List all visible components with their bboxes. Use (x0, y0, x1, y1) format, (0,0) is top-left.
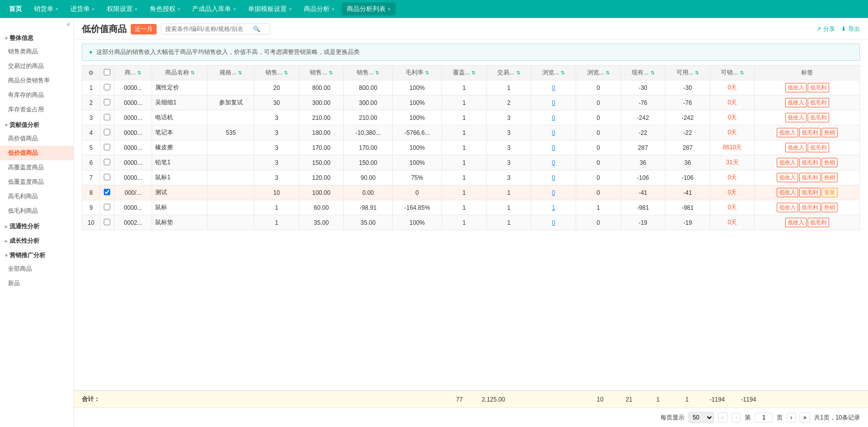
sidebar-group-growth[interactable]: ▸ 成长性分析 (0, 233, 73, 247)
share-btn[interactable]: ↗ 分享 (816, 25, 835, 33)
sidebar-item-stock-fund[interactable]: 库存资金占用 (0, 102, 73, 117)
row-checkbox[interactable] (104, 84, 110, 90)
search-icon[interactable]: 🔍 (253, 25, 260, 32)
sidebar-group-marketing[interactable]: ▾ 营销推广分析 (0, 247, 73, 262)
col-spec[interactable]: 规格... ⇅ (208, 65, 254, 80)
page-input[interactable] (755, 413, 773, 423)
cell-checkbox[interactable] (100, 155, 114, 170)
col-sale1[interactable]: 销售... ⇅ (299, 65, 344, 80)
col-trade[interactable]: 交易... ⇅ (486, 65, 531, 80)
nav-close-role[interactable]: × (178, 6, 181, 12)
col-qty[interactable]: 销售... ⇅ (254, 65, 299, 80)
nav-product-analysis[interactable]: 商品分析 × (299, 2, 340, 15)
col-browse2[interactable]: 浏览... ⇅ (576, 65, 621, 80)
nav-home[interactable]: 首页 (4, 2, 27, 15)
cell-browse1[interactable]: 0 (531, 155, 576, 170)
row-checkbox[interactable] (104, 129, 110, 135)
export-btn[interactable]: ⬇ 导出 (841, 25, 860, 33)
nav-close-permission[interactable]: × (135, 6, 138, 12)
browse-link[interactable]: 0 (552, 189, 555, 196)
cell-checkbox[interactable] (100, 140, 114, 155)
sidebar-group-liquidity[interactable]: ▸ 流通性分析 (0, 218, 73, 233)
nav-close-template[interactable]: × (289, 6, 292, 12)
cell-checkbox[interactable] (100, 110, 114, 125)
sidebar-item-traded-products[interactable]: 交易过的商品 (0, 59, 73, 73)
cell-checkbox[interactable] (100, 125, 114, 140)
sidebar-item-all-products[interactable]: 全部商品 (0, 262, 73, 276)
sidebar-item-low-coverage[interactable]: 低覆盖度商品 (0, 175, 73, 189)
sidebar-collapse-btn[interactable]: « (66, 20, 70, 28)
nav-close-purchase[interactable]: × (92, 6, 95, 12)
cell-checkbox[interactable] (100, 200, 114, 215)
nav-product-warehouse[interactable]: 产成品入库单 × (187, 2, 241, 15)
cell-browse1[interactable]: 1 (531, 200, 576, 215)
time-filter-btn[interactable]: 近一月 (131, 24, 157, 34)
browse-link[interactable]: 0 (552, 174, 555, 181)
row-checkbox[interactable] (104, 159, 110, 165)
nav-purchase-order[interactable]: 进货单 × (65, 2, 100, 15)
nav-template[interactable]: 单据模板设置 × (243, 2, 297, 15)
row-checkbox[interactable] (104, 189, 110, 195)
cell-checkbox[interactable] (100, 170, 114, 185)
search-input[interactable] (165, 25, 250, 32)
col-settings[interactable]: ⚙ (82, 65, 100, 80)
cell-browse1[interactable]: 0 (531, 215, 576, 230)
row-checkbox[interactable] (104, 144, 110, 150)
nav-sales-order[interactable]: 销货单 × (29, 2, 63, 15)
col-browse1[interactable]: 浏览... ⇅ (531, 65, 576, 80)
sidebar-group-contribution[interactable]: ▾ 贡献值分析 (0, 117, 73, 131)
sidebar-item-new-products[interactable]: 新品 (0, 276, 73, 291)
nav-product-analysis-list[interactable]: 商品分析列表 × (342, 2, 396, 15)
page-size-select[interactable]: 50 100 200 (688, 412, 714, 423)
sidebar-item-high-margin[interactable]: 高毛利商品 (0, 189, 73, 204)
nav-permission[interactable]: 权限设置 × (102, 2, 143, 15)
sidebar-group-overall[interactable]: ▾ 整体信息 (0, 30, 73, 44)
row-checkbox[interactable] (104, 219, 110, 225)
cell-browse1[interactable]: 0 (531, 170, 576, 185)
col-sale2[interactable]: 销售... ⇅ (344, 65, 393, 80)
next-page-btn[interactable]: › (787, 413, 796, 423)
col-profit[interactable]: 毛利率 ⇅ (393, 65, 442, 80)
row-checkbox[interactable] (104, 114, 110, 120)
row-checkbox[interactable] (104, 204, 110, 210)
cell-browse1[interactable]: 0 (531, 80, 576, 95)
browse-link[interactable]: 0 (552, 129, 555, 136)
col-stock1[interactable]: 现有... ⇅ (621, 65, 665, 80)
nav-close-product-warehouse[interactable]: × (233, 6, 236, 12)
row-checkbox[interactable] (104, 99, 110, 105)
browse-link[interactable]: 0 (552, 159, 555, 166)
browse-link[interactable]: 0 (552, 114, 555, 121)
sidebar-item-low-value[interactable]: 低价值商品 (0, 146, 73, 160)
col-cover[interactable]: 覆盖... ⇅ (442, 65, 487, 80)
row-checkbox[interactable] (104, 174, 110, 180)
last-page-btn[interactable]: » (800, 413, 810, 423)
browse-link[interactable]: 0 (552, 144, 555, 151)
cell-browse1[interactable]: 0 (531, 140, 576, 155)
col-days[interactable]: 可销... ⇅ (710, 65, 755, 80)
cell-checkbox[interactable] (100, 185, 114, 200)
col-stock2[interactable]: 可用... ⇅ (665, 65, 710, 80)
nav-close-product-analysis-list[interactable]: × (388, 6, 391, 12)
sidebar-item-high-coverage[interactable]: 高覆盖度商品 (0, 160, 73, 175)
sidebar-item-low-margin[interactable]: 低毛利商品 (0, 204, 73, 218)
col-checkbox[interactable] (100, 65, 114, 80)
sidebar-item-stocked-products[interactable]: 有库存的商品 (0, 88, 73, 102)
nav-close-product-analysis[interactable]: × (332, 6, 335, 12)
cell-browse1[interactable]: 0 (531, 125, 576, 140)
cell-checkbox[interactable] (100, 95, 114, 110)
prev-page-btn[interactable]: ‹ (732, 413, 741, 423)
sidebar-item-high-value[interactable]: 高价值商品 (0, 131, 73, 146)
nav-close-sales[interactable]: × (55, 6, 58, 12)
select-all-checkbox[interactable] (104, 69, 110, 75)
cell-browse1[interactable]: 0 (531, 185, 576, 200)
sidebar-item-sales-products[interactable]: 销售类商品 (0, 44, 73, 59)
col-code[interactable]: 商... ⇅ (114, 65, 152, 80)
browse-link[interactable]: 0 (552, 84, 555, 91)
col-name[interactable]: 商品名称 ⇅ (152, 65, 208, 80)
cell-checkbox[interactable] (100, 215, 114, 230)
cell-browse1[interactable]: 0 (531, 110, 576, 125)
cell-checkbox[interactable] (100, 80, 114, 95)
first-page-btn[interactable]: « (718, 413, 728, 423)
nav-role[interactable]: 角色授权 × (145, 2, 186, 15)
browse-link[interactable]: 0 (552, 219, 555, 226)
